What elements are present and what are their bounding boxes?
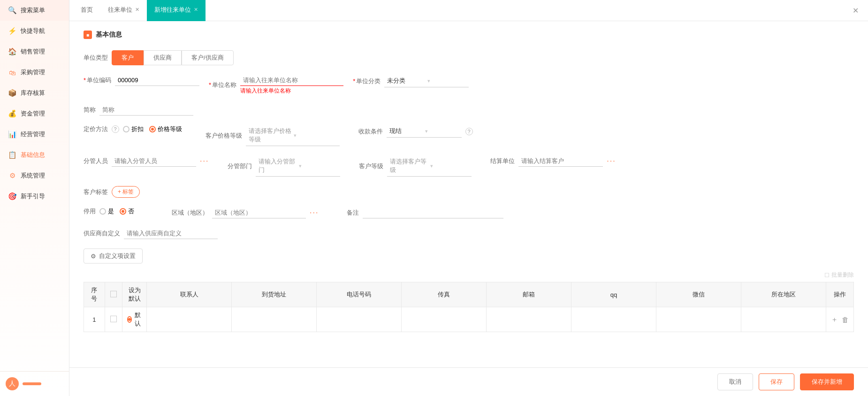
sidebar-item-guide[interactable]: 🎯 新手引导 [0, 186, 69, 207]
settlement-unit-input[interactable] [518, 155, 603, 167]
batch-delete-bar: ☐ 批量删除 [84, 271, 854, 279]
fax-input[interactable] [406, 314, 481, 325]
payment-terms-select[interactable]: 现结 ▾ [387, 125, 462, 138]
row-seq: 1 [84, 307, 105, 332]
pricing-method-group: 定价方法 ? 折扣 价格等级 [84, 125, 182, 133]
custom-settings-button[interactable]: ⚙ 自定义项设置 [84, 248, 143, 264]
region-more-btn[interactable]: ··· [310, 209, 319, 217]
type-btn-supplier[interactable]: 供应商 [144, 50, 182, 65]
customer-level-label: 客户等级 [359, 162, 383, 171]
sidebar-item-system[interactable]: ⚙ 系统管理 [0, 165, 69, 186]
sidebar-item-sales[interactable]: 🏠 销售管理 [0, 41, 69, 62]
tags-row: 客户标签 + 标签 [84, 186, 854, 198]
tab-bar: 首页 往来单位 ✕ 新增往来单位 ✕ ✕ [69, 0, 868, 21]
disabled-group: 停用 是 否 [84, 207, 134, 216]
guide-icon: 🎯 [8, 192, 17, 201]
table-header-row: 序号 设为默认 联系人 到货地址 电话号码 传真 邮箱 qq 微信 所在地区 操… [84, 282, 854, 307]
disabled-no-option[interactable]: 否 [120, 207, 134, 216]
remarks-input[interactable] [363, 207, 503, 218]
section-icon: ■ [84, 31, 92, 39]
settlement-unit-group: 结算单位 ··· [490, 155, 616, 167]
add-tag-button[interactable]: + 标签 [112, 186, 140, 198]
sidebar-item-purchase[interactable]: 🛍 采购管理 [0, 62, 69, 83]
batch-delete-icon: ☐ [824, 272, 830, 279]
select-all-checkbox[interactable] [110, 291, 117, 297]
sidebar-bottom-bar [23, 382, 41, 385]
delete-row-btn[interactable]: 🗑 [842, 316, 849, 324]
dept-select[interactable]: 请输入分管部门 ▾ [256, 155, 340, 177]
tab-partners[interactable]: 往来单位 ✕ [100, 0, 147, 21]
tab-new-partner-close[interactable]: ✕ [194, 7, 198, 13]
cancel-button[interactable]: 取消 [717, 373, 753, 390]
supervisor-row: 分管人员 ··· 分管部门 请输入分管部门 ▾ 客户等级 请选择客户等级 ▾ 结… [84, 155, 854, 177]
row-email [487, 307, 571, 332]
col-email: 邮箱 [487, 282, 571, 307]
short-name-label: 简称 [84, 106, 96, 114]
phone-input[interactable] [321, 314, 396, 325]
batch-delete-label[interactable]: 批量删除 [831, 271, 854, 279]
supervisor-more-btn[interactable]: ··· [200, 157, 209, 165]
row-phone [317, 307, 402, 332]
window-close[interactable]: ✕ [847, 6, 864, 15]
sidebar-item-finance[interactable]: 💰 资金管理 [0, 103, 69, 124]
customer-level-select[interactable]: 请选择客户等级 ▾ [387, 155, 472, 177]
section-title: 基本信息 [96, 31, 122, 39]
sidebar-item-basic[interactable]: 📋 基础信息 [0, 145, 69, 165]
pricing-help-icon[interactable]: ? [112, 125, 119, 133]
region-input[interactable] [212, 207, 306, 218]
type-btn-both[interactable]: 客户/供应商 [182, 50, 234, 65]
tags-group: 客户标签 + 标签 [84, 186, 140, 198]
address-input[interactable] [236, 314, 312, 325]
row-region-input[interactable] [746, 314, 821, 325]
pricing-grade-option[interactable]: 价格等级 [149, 125, 182, 133]
settlement-more-btn[interactable]: ··· [607, 157, 616, 165]
row-contact [147, 307, 232, 332]
sidebar: 🔍 搜索菜单 ⚡ 快捷导航 🏠 销售管理 🛍 采购管理 📦 库存核算 💰 资金管… [0, 0, 69, 396]
sidebar-item-quicknav[interactable]: ⚡ 快捷导航 [0, 21, 69, 41]
code-name-cat-row: *单位编码 *单位名称 请输入往来单位名称 *单位分类 未分类 ▾ [84, 75, 854, 95]
pricing-discount-option[interactable]: 折扣 [123, 125, 144, 133]
tab-partners-close[interactable]: ✕ [135, 7, 139, 13]
tab-home[interactable]: 首页 [73, 0, 100, 21]
customer-price-group: 客户价格等级 请选择客户价格等级 ▾ [206, 125, 340, 146]
type-btn-customer[interactable]: 客户 [112, 50, 144, 65]
main-area: 首页 往来单位 ✕ 新增往来单位 ✕ ✕ ■ 基本信息 单位类型 客户 供应商 … [69, 0, 868, 396]
dept-label: 分管部门 [228, 162, 252, 171]
remarks-group: 备注 [347, 207, 503, 218]
form-content: ■ 基本信息 单位类型 客户 供应商 客户/供应商 *单位编码 *单位名称 [69, 21, 868, 367]
row-checkbox[interactable] [110, 316, 117, 322]
disabled-label: 停用 [84, 207, 96, 216]
region-label: 区域（地区） [172, 209, 208, 217]
purchase-icon: 🛍 [8, 68, 17, 77]
save-button[interactable]: 保存 [759, 373, 794, 390]
qq-input[interactable] [576, 314, 651, 325]
wechat-input[interactable] [661, 314, 736, 325]
unit-category-label: *单位分类 [353, 77, 381, 85]
save-new-button[interactable]: 保存并新增 [800, 373, 854, 390]
dept-group: 分管部门 请输入分管部门 ▾ [228, 155, 340, 177]
supplier-custom-input[interactable] [124, 228, 218, 239]
unit-category-select[interactable]: 未分类 ▾ [384, 75, 469, 87]
payment-terms-label: 收款条件 [358, 127, 383, 136]
sidebar-item-search[interactable]: 🔍 搜索菜单 [0, 0, 69, 21]
email-input[interactable] [491, 314, 566, 325]
short-name-input[interactable] [99, 104, 193, 116]
user-avatar[interactable]: 人 [6, 377, 19, 390]
row-default-radio[interactable]: 默认 [127, 311, 142, 328]
unit-category-group: *单位分类 未分类 ▾ [353, 75, 469, 87]
tags-label: 客户标签 [84, 188, 108, 196]
sidebar-item-operations[interactable]: 📊 经营管理 [0, 124, 69, 145]
col-fax: 传真 [402, 282, 487, 307]
supervisor-input[interactable] [112, 155, 196, 167]
sidebar-item-inventory[interactable]: 📦 库存核算 [0, 83, 69, 103]
add-row-btn[interactable]: ＋ [831, 315, 838, 324]
contact-input[interactable] [152, 314, 227, 325]
unit-code-input[interactable] [115, 75, 199, 86]
tab-new-partner[interactable]: 新增往来单位 ✕ [147, 0, 206, 21]
payment-help-icon[interactable]: ? [465, 128, 473, 135]
yes-radio [99, 208, 106, 215]
unit-name-input[interactable] [240, 75, 343, 86]
customer-price-select[interactable]: 请选择客户价格等级 ▾ [246, 125, 340, 146]
inventory-icon: 📦 [8, 88, 17, 98]
disabled-yes-option[interactable]: 是 [99, 207, 114, 216]
